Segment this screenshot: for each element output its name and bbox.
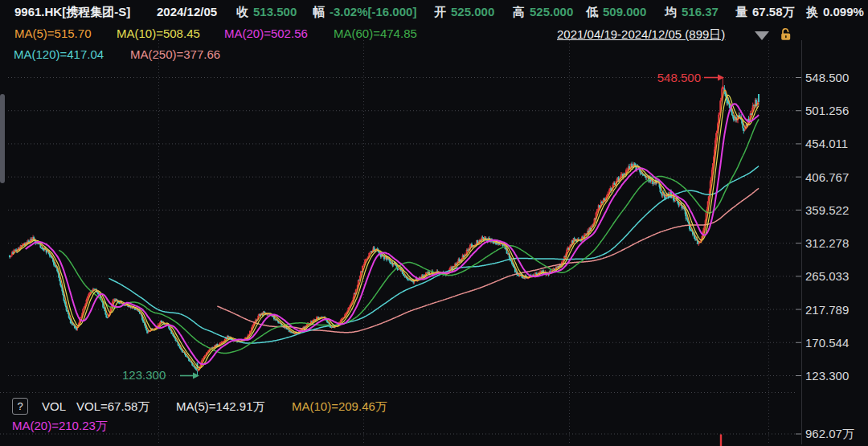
left-scrollbar-thumb[interactable] — [0, 94, 5, 183]
field-turnover-label: 换 — [806, 5, 818, 18]
field-avg: 均516.37 — [665, 3, 719, 21]
quote-date: 2024/12/05 — [157, 3, 217, 21]
field-change-label: 幅 — [313, 5, 325, 18]
ma250-legend: MA(250)=377.66 — [130, 46, 220, 63]
field-avg-label: 均 — [665, 5, 677, 18]
volume-axis-label: 962.07万 — [805, 427, 854, 442]
ma120-legend: MA(120)=417.04 — [14, 46, 104, 63]
vol-ma20-value: MA(20)=210.23万 — [12, 419, 108, 433]
field-close-value: 513.500 — [253, 5, 297, 18]
field-change-value: -3.02%[-16.000] — [330, 5, 416, 18]
field-low-value: 509.000 — [603, 5, 646, 18]
date-range-selector[interactable]: 2021/04/19-2024/12/05 (899日) — [0, 25, 868, 44]
stock-chart-app: 548.500501.256454.011406.767359.522312.2… — [0, 0, 868, 446]
field-high: 高525.000 — [513, 3, 573, 21]
field-volume-label: 量 — [735, 5, 747, 18]
symbol-title: 9961.HK[携程集团-S] — [14, 3, 130, 21]
field-low-label: 低 — [586, 5, 598, 18]
date-range-label[interactable]: 2021/04/19-2024/12/05 (899日) — [557, 25, 725, 44]
low-price-annotation: 123.300 — [122, 368, 166, 382]
field-open-label: 开 — [434, 5, 446, 18]
field-high-label: 高 — [513, 5, 525, 18]
field-avg-value: 516.37 — [682, 5, 719, 18]
vol-ma5-value: MA(5)=142.91万 — [176, 398, 264, 415]
field-turnover-value: 0.099% — [823, 5, 864, 18]
field-turnover: 换0.099% — [806, 3, 864, 21]
field-high-value: 525.000 — [530, 5, 573, 18]
help-icon[interactable]: ? — [12, 398, 28, 415]
unlock-icon[interactable] — [779, 27, 793, 44]
field-open: 开525.000 — [434, 3, 494, 21]
quote-bar: 9961.HK[携程集团-S] 2024/12/05 收513.500 幅-3.… — [0, 3, 868, 21]
chevron-down-icon[interactable] — [755, 31, 769, 40]
volume-legend: ? VOL VOL=67.58万 MA(5)=142.91万 MA(10)=20… — [0, 398, 868, 415]
vol-indicator-title[interactable]: VOL — [42, 398, 66, 415]
field-volume: 量67.58万 — [735, 3, 795, 21]
volume-legend-row-2: MA(20)=210.23万 — [0, 419, 868, 433]
ma-legend-row-2: MA(120)=417.04 MA(250)=377.66 — [0, 46, 868, 63]
field-close: 收513.500 — [236, 3, 297, 21]
high-price-annotation: 548.500 — [648, 71, 701, 84]
field-low: 低509.000 — [586, 3, 646, 21]
field-close-label: 收 — [236, 5, 248, 18]
vol-current-value: VOL=67.58万 — [76, 398, 149, 415]
field-volume-value: 67.58万 — [752, 5, 795, 18]
field-change: 幅-3.02%[-16.000] — [313, 3, 416, 21]
vol-ma10-value: MA(10)=209.46万 — [292, 398, 387, 415]
field-open-value: 525.000 — [451, 5, 494, 18]
